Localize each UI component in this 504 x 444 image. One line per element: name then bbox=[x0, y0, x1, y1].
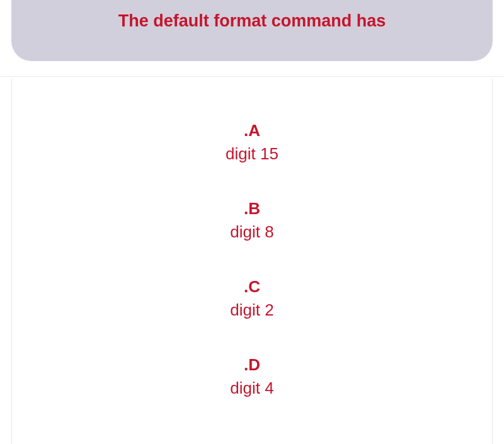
options-container: .A digit 15 .B digit 8 .C digit 2 .D dig… bbox=[0, 77, 504, 398]
question-banner: The default format command has bbox=[11, 0, 493, 61]
option-c-label: .C bbox=[0, 277, 504, 297]
option-a[interactable]: .A digit 15 bbox=[0, 121, 504, 164]
option-a-label: .A bbox=[0, 121, 504, 140]
border-right bbox=[492, 78, 493, 444]
option-b-label: .B bbox=[0, 199, 504, 219]
question-text: The default format command has bbox=[11, 11, 493, 31]
option-b-text: digit 8 bbox=[0, 222, 504, 242]
option-d-text: digit 4 bbox=[0, 379, 504, 398]
option-d-label: .D bbox=[0, 355, 504, 375]
option-c[interactable]: .C digit 2 bbox=[0, 277, 504, 320]
border-left bbox=[11, 78, 12, 444]
option-a-text: digit 15 bbox=[0, 144, 504, 164]
quiz-container: The default format command has .A digit … bbox=[0, 0, 504, 444]
option-c-text: digit 2 bbox=[0, 300, 504, 320]
option-b[interactable]: .B digit 8 bbox=[0, 199, 504, 242]
option-d[interactable]: .D digit 4 bbox=[0, 355, 504, 398]
